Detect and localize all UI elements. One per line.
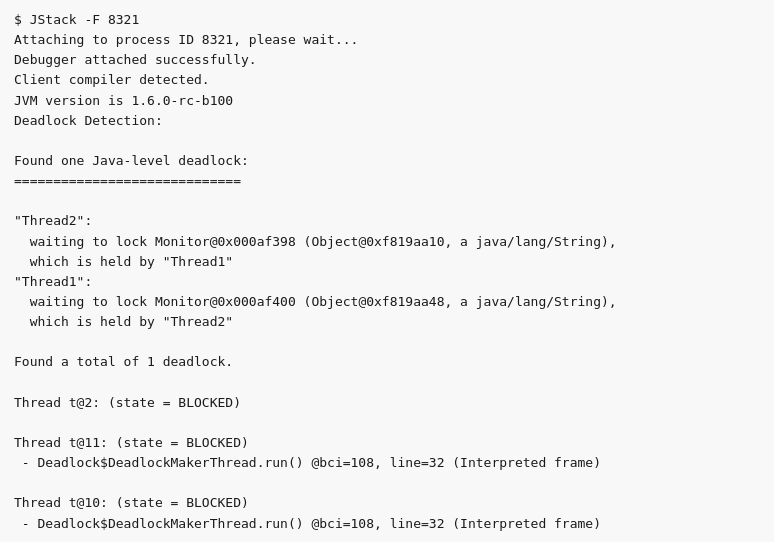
terminal-output: $ JStack -F 8321 Attaching to process ID… [14, 10, 760, 534]
